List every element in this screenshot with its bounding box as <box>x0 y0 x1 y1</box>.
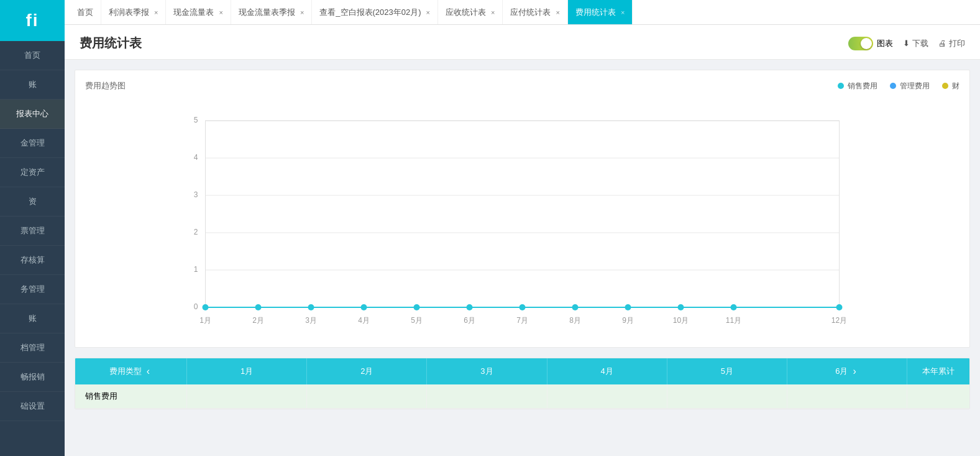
legend-admin-dot <box>890 83 896 89</box>
svg-text:4月: 4月 <box>358 316 370 325</box>
tab-expense[interactable]: 费用统计表 × <box>568 0 633 25</box>
tab-expense-close[interactable]: × <box>621 0 625 25</box>
print-icon: 🖨 <box>938 39 946 48</box>
data-point-mar <box>308 304 314 310</box>
legend-sales-label: 销售费用 <box>848 81 877 91</box>
th-apr: 4月 <box>547 358 667 384</box>
tab-cashflow-quarterly[interactable]: 现金流量表季报 × <box>231 0 312 25</box>
table-section: 费用类型 ‹ 1月 2月 3月 4月 5月 <box>75 358 970 409</box>
tab-bar: 首页 利润表季报 × 现金流量表 × 现金流量表季报 × 查看_空白报表(202… <box>65 0 980 25</box>
tab-profit[interactable]: 利润表季报 × <box>101 0 166 25</box>
data-point-nov <box>731 304 737 310</box>
legend-finance-dot <box>942 83 948 89</box>
sidebar: fi 首页 账 报表中心 金管理 定资产 资 票管理 存核算 务管理 账 档管理… <box>0 0 65 456</box>
data-point-feb <box>255 304 262 310</box>
td-may <box>667 384 787 408</box>
sidebar-item-account[interactable]: 账 <box>0 70 65 100</box>
svg-text:2: 2 <box>194 228 198 236</box>
tab-payable[interactable]: 应付统计表 × <box>503 0 567 25</box>
legend-finance: 财 <box>942 81 959 91</box>
th-mar: 3月 <box>427 358 547 384</box>
td-type: 销售费用 <box>75 384 187 408</box>
app-logo: fi <box>0 0 65 41</box>
sidebar-item-archives[interactable]: 档管理 <box>0 333 65 363</box>
data-point-apr <box>361 304 367 310</box>
legend-admin: 管理费用 <box>890 81 930 91</box>
svg-text:1: 1 <box>194 265 198 274</box>
page-header: 费用统计表 图表 ⬇ 下载 🖨 打印 <box>65 25 980 60</box>
td-jan <box>187 384 307 408</box>
tab-cashflow[interactable]: 现金流量表 × <box>166 0 231 25</box>
sidebar-item-assets[interactable]: 定资产 <box>0 158 65 187</box>
download-icon: ⬇ <box>903 39 910 48</box>
tab-home[interactable]: 首页 <box>70 0 101 25</box>
td-ytd <box>907 384 969 408</box>
tab-cashflow-close[interactable]: × <box>219 0 222 25</box>
page-title: 费用统计表 <box>80 35 142 52</box>
th-type: 费用类型 ‹ <box>75 358 187 384</box>
tab-payable-close[interactable]: × <box>556 0 559 25</box>
tab-blank-report[interactable]: 查看_空白报表(2023年02月) × <box>312 0 438 25</box>
data-point-dec <box>836 304 843 310</box>
svg-text:1月: 1月 <box>199 316 211 325</box>
sidebar-item-inventory[interactable]: 存核算 <box>0 246 65 275</box>
chart-toggle-label: 图表 <box>877 38 893 49</box>
svg-text:2月: 2月 <box>252 316 264 325</box>
td-feb <box>307 384 427 408</box>
data-point-oct <box>678 304 684 310</box>
svg-text:4: 4 <box>194 153 198 162</box>
svg-text:8月: 8月 <box>569 316 581 325</box>
th-ytd: 本年累计 <box>907 358 969 384</box>
legend-sales: 销售费用 <box>838 81 877 91</box>
chart-title: 费用趋势图 <box>85 80 126 91</box>
sidebar-item-fund[interactable]: 金管理 <box>0 129 65 158</box>
legend-admin-label: 管理费用 <box>900 81 930 91</box>
chart-svg: 5 4 3 2 1 0 <box>85 99 959 335</box>
chart-legend: 销售费用 管理费用 财 <box>838 81 959 91</box>
sidebar-item-service[interactable]: 务管理 <box>0 275 65 304</box>
tab-profit-close[interactable]: × <box>154 0 158 25</box>
header-actions: 图表 ⬇ 下载 🖨 打印 <box>848 37 965 50</box>
th-jun: 6月 › <box>787 358 907 384</box>
th-may: 5月 <box>667 358 787 384</box>
svg-rect-12 <box>206 121 840 307</box>
data-point-may <box>414 304 420 310</box>
print-button[interactable]: 🖨 打印 <box>938 38 965 49</box>
tab-blank-report-close[interactable]: × <box>426 0 430 25</box>
tab-cashflow-quarterly-close[interactable]: × <box>300 0 304 25</box>
sidebar-item-reports[interactable]: 报表中心 <box>0 100 65 129</box>
svg-text:5月: 5月 <box>411 316 423 325</box>
svg-text:12月: 12月 <box>831 316 847 325</box>
td-apr <box>547 384 667 408</box>
tab-receivable[interactable]: 应收统计表 × <box>438 0 503 25</box>
data-point-aug <box>572 304 579 310</box>
chart-section: 费用趋势图 销售费用 管理费用 财 <box>75 70 970 348</box>
next-period-arrow[interactable]: › <box>850 366 858 377</box>
sidebar-item-capital[interactable]: 资 <box>0 187 65 216</box>
svg-text:11月: 11月 <box>726 316 741 325</box>
chart-header: 费用趋势图 销售费用 管理费用 财 <box>85 80 959 91</box>
svg-text:0: 0 <box>194 302 198 311</box>
prev-period-arrow[interactable]: ‹ <box>144 366 152 377</box>
download-button[interactable]: ⬇ 下载 <box>903 38 928 49</box>
sidebar-item-settings[interactable]: 础设置 <box>0 392 65 421</box>
data-point-jan <box>203 304 209 310</box>
td-jun <box>787 384 907 408</box>
chart-toggle[interactable] <box>848 37 873 50</box>
svg-text:6月: 6月 <box>464 316 475 325</box>
chart-svg-wrap: 5 4 3 2 1 0 <box>85 99 959 337</box>
svg-text:7月: 7月 <box>516 316 528 325</box>
sidebar-item-home[interactable]: 首页 <box>0 41 65 70</box>
legend-finance-label: 财 <box>952 81 959 91</box>
svg-text:3: 3 <box>194 190 198 199</box>
chart-toggle-wrap: 图表 <box>848 37 893 50</box>
svg-text:5: 5 <box>194 116 198 124</box>
tab-receivable-close[interactable]: × <box>491 0 495 25</box>
sidebar-item-invoice[interactable]: 票管理 <box>0 216 65 246</box>
print-label: 打印 <box>949 38 965 49</box>
sidebar-item-ledger[interactable]: 账 <box>0 304 65 333</box>
sidebar-item-sales[interactable]: 畅报销 <box>0 363 65 392</box>
data-point-sep <box>625 304 631 310</box>
svg-text:3月: 3月 <box>305 316 317 325</box>
table-row: 销售费用 <box>75 384 969 409</box>
